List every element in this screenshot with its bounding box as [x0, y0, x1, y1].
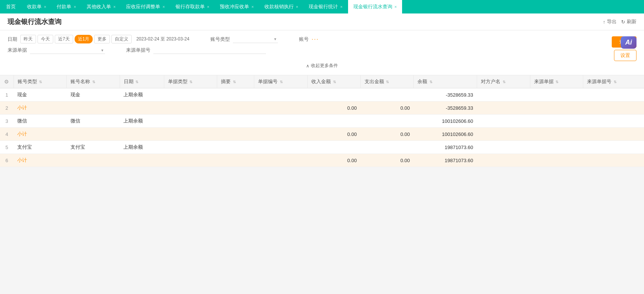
cell-doc-no: [254, 128, 308, 141]
close-tab-1[interactable]: ×: [74, 0, 76, 13]
date-btn-yesterday[interactable]: 昨天: [20, 35, 36, 43]
sort-icon-source-doc: ⇅: [555, 80, 558, 84]
date-btn-today[interactable]: 今天: [38, 35, 53, 43]
gear-icon[interactable]: ⚙: [4, 79, 9, 85]
date-btn-7days[interactable]: 近7天: [55, 35, 73, 43]
table-header-row: ⚙ 账号类型 ⇅ 账号名称 ⇅ 日期 ⇅ 单据类型 ⇅: [0, 75, 644, 88]
ai-badge[interactable]: Ai: [621, 36, 636, 49]
close-tab-7[interactable]: ×: [340, 0, 342, 13]
cell-expense: 0.00: [360, 154, 414, 167]
col-account-type[interactable]: 账号类型 ⇅: [14, 75, 67, 88]
main-table: ⚙ 账号类型 ⇅ 账号名称 ⇅ 日期 ⇅ 单据类型 ⇅: [0, 75, 644, 167]
cell-source-doc-no: [583, 128, 644, 141]
col-date[interactable]: 日期 ⇅: [120, 75, 164, 88]
cell-balance: 100102606.60: [414, 115, 477, 128]
nav-tab-1[interactable]: 付款单 ×: [51, 0, 81, 13]
cell-balance: 100102606.60: [414, 128, 477, 141]
source-doc-num-label: 来源单据号: [126, 47, 150, 54]
close-tab-2[interactable]: ×: [113, 0, 116, 13]
date-btn-custom[interactable]: 自定义: [111, 35, 132, 43]
cell-counterparty: [477, 128, 530, 141]
date-btn-more[interactable]: 更多: [94, 35, 110, 43]
cell-date: [120, 128, 164, 141]
page-header: 现金银行流水查询 ↑ 导出 ↻ 刷新: [0, 13, 644, 30]
table-row: 4 小计 0.00 0.00 100102606.60: [0, 128, 644, 141]
nav-home[interactable]: 首页: [0, 0, 22, 13]
export-button[interactable]: ↑ 导出: [603, 18, 617, 25]
account-number-ellipsis[interactable]: ···: [312, 36, 319, 43]
cell-counterparty: [477, 101, 530, 115]
cell-source-doc-no: [583, 115, 644, 128]
nav-tab-7[interactable]: 现金银行统计 ×: [303, 0, 348, 13]
close-tab-8[interactable]: ×: [395, 0, 397, 13]
chevron-up-icon: ∧: [306, 63, 309, 69]
cell-source-doc: [530, 154, 583, 167]
close-tab-4[interactable]: ×: [207, 0, 209, 13]
account-type-select[interactable]: [233, 36, 278, 43]
sort-icon-counterparty: ⇅: [503, 80, 506, 84]
col-doc-type[interactable]: 单据类型 ⇅: [164, 75, 217, 88]
cell-account-type: 小计: [14, 128, 67, 141]
refresh-button[interactable]: ↻ 刷新: [621, 18, 636, 25]
close-tab-6[interactable]: ×: [296, 0, 298, 13]
cell-income: 0.00: [308, 128, 361, 141]
date-range: 2023-02-24 至 2023-03-24: [136, 36, 189, 42]
row-num: 6: [0, 154, 14, 167]
top-nav: 首页 收款单 × 付款单 × 其他收入单 × 应收应付调整单 × 银行存取款单 …: [0, 0, 644, 13]
sort-icon-summary: ⇅: [233, 80, 236, 84]
cell-balance: 19871073.60: [414, 154, 477, 167]
cell-expense: 0.00: [360, 128, 414, 141]
nav-tab-0[interactable]: 收款单 ×: [22, 0, 51, 13]
close-tab-3[interactable]: ×: [162, 0, 165, 13]
cell-account-name: [67, 154, 120, 167]
cell-account-name: 支付宝: [67, 141, 120, 154]
col-doc-no[interactable]: 单据编号 ⇅: [254, 75, 308, 88]
table-row: 5 支付宝 支付宝 上期余额 19871073.60: [0, 141, 644, 154]
table-row: 3 微信 微信 上期余额 100102606.60: [0, 115, 644, 128]
col-summary[interactable]: 摘要 ⇅: [217, 75, 254, 88]
col-expense[interactable]: 支出金额 ⇅: [360, 75, 414, 88]
sort-icon-source-doc-no: ⇅: [614, 80, 617, 84]
col-source-doc-no[interactable]: 来源单据号 ⇅: [583, 75, 644, 88]
cell-balance: -3528659.33: [414, 101, 477, 115]
cell-account-type: 小计: [14, 101, 67, 115]
cell-balance: 19871073.60: [414, 141, 477, 154]
date-label: 日期: [8, 36, 17, 43]
collapse-bar[interactable]: ∧ 收起更多条件: [8, 61, 636, 72]
close-tab-5[interactable]: ×: [251, 0, 254, 13]
date-btn-1month[interactable]: 近1月: [75, 35, 93, 43]
cell-doc-no: [254, 101, 308, 115]
source-doc-select[interactable]: [30, 46, 105, 54]
col-counterparty[interactable]: 对方户名 ⇅: [477, 75, 530, 88]
cell-account-name: 现金: [67, 88, 120, 101]
cell-date: 上期余额: [120, 115, 164, 128]
cell-summary: [217, 128, 254, 141]
close-tab-0[interactable]: ×: [44, 0, 46, 13]
filter-area: 日期 昨天 今天 近7天 近1月 更多 自定义 2023-02-24 至 202…: [0, 30, 644, 75]
cell-doc-no: [254, 141, 308, 154]
nav-tab-3[interactable]: 应收应付调整单 ×: [121, 0, 170, 13]
cell-summary: [217, 88, 254, 101]
cell-income: 0.00: [308, 101, 361, 115]
cell-source-doc-no: [583, 101, 644, 115]
cell-source-doc: [530, 101, 583, 115]
cell-doc-type: [164, 115, 217, 128]
account-number-filter: 账号 ···: [299, 36, 319, 43]
nav-tab-4[interactable]: 银行存取款单 ×: [170, 0, 215, 13]
cell-account-name: [67, 128, 120, 141]
nav-tab-8[interactable]: 现金银行流水查询 ×: [348, 0, 402, 13]
cell-account-name: 微信: [67, 115, 120, 128]
cell-doc-type: [164, 154, 217, 167]
col-account-name[interactable]: 账号名称 ⇅: [67, 75, 120, 88]
cell-date: [120, 101, 164, 115]
col-balance[interactable]: 余额 ⇅: [414, 75, 477, 88]
cell-date: 上期余额: [120, 88, 164, 101]
nav-tab-2[interactable]: 其他收入单 ×: [81, 0, 121, 13]
header-actions: ↑ 导出 ↻ 刷新: [603, 18, 637, 25]
source-doc-num-input[interactable]: [153, 46, 266, 54]
settings-button[interactable]: 设置: [614, 50, 636, 61]
nav-tab-6[interactable]: 收款核销执行 ×: [259, 0, 303, 13]
nav-tab-5[interactable]: 预收冲应收单 ×: [215, 0, 259, 13]
col-source-doc[interactable]: 来源单据 ⇅: [530, 75, 583, 88]
col-income[interactable]: 收入金额 ⇅: [308, 75, 361, 88]
